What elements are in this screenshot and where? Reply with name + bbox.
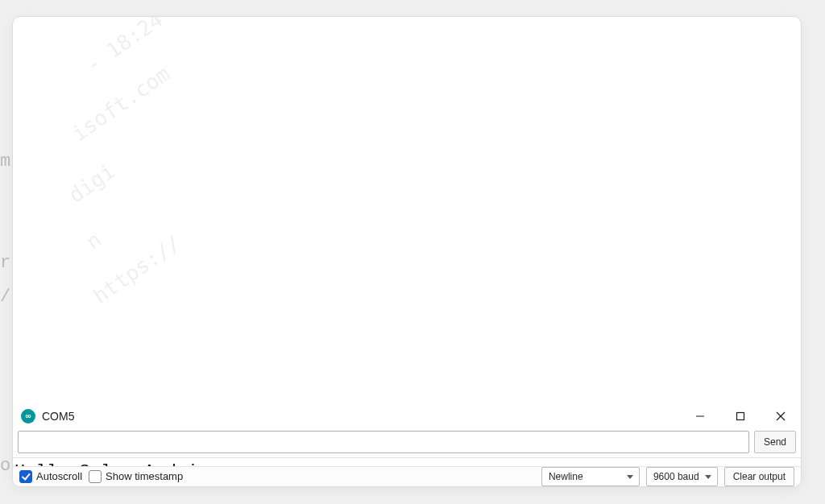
close-button[interactable] — [761, 406, 801, 427]
window-title: COM5 — [42, 410, 74, 423]
close-icon — [776, 411, 786, 421]
titlebar: COM5 — [13, 406, 801, 427]
output-area[interactable]: Hello Salve ArduinoHello Salve ArduinoHe… — [13, 458, 801, 466]
window-controls — [680, 406, 801, 427]
bottom-bar: Autoscroll Show timestamp Newline 9600 b… — [13, 466, 801, 486]
minimize-button[interactable] — [680, 406, 720, 427]
input-row: Send — [13, 427, 801, 458]
checkbox-unchecked-icon — [89, 470, 102, 483]
serial-monitor-window: - 18:24 isoft.com digi n https:// COM5 S… — [12, 16, 802, 487]
timestamp-label: Show timestamp — [106, 470, 183, 482]
baud-select[interactable]: 9600 baud — [646, 467, 718, 486]
maximize-icon — [736, 411, 745, 421]
autoscroll-label: Autoscroll — [36, 470, 82, 482]
timestamp-toggle[interactable]: Show timestamp — [89, 470, 183, 483]
watermark-text: - 18:24 isoft.com digi n https:// — [12, 16, 458, 439]
maximize-button[interactable] — [720, 406, 761, 427]
output-line: Hello Salve Arduino — [15, 460, 799, 466]
line-ending-select[interactable]: Newline — [541, 467, 640, 486]
checkbox-checked-icon — [19, 470, 32, 483]
minimize-icon — [695, 411, 705, 421]
clear-output-button[interactable]: Clear output — [724, 467, 794, 486]
arduino-icon — [21, 409, 35, 423]
send-button[interactable]: Send — [754, 431, 796, 453]
serial-input[interactable] — [18, 431, 749, 453]
autoscroll-toggle[interactable]: Autoscroll — [19, 470, 82, 483]
svg-rect-0 — [737, 412, 744, 419]
page-ghost-text: m r / or re — [0, 145, 12, 504]
